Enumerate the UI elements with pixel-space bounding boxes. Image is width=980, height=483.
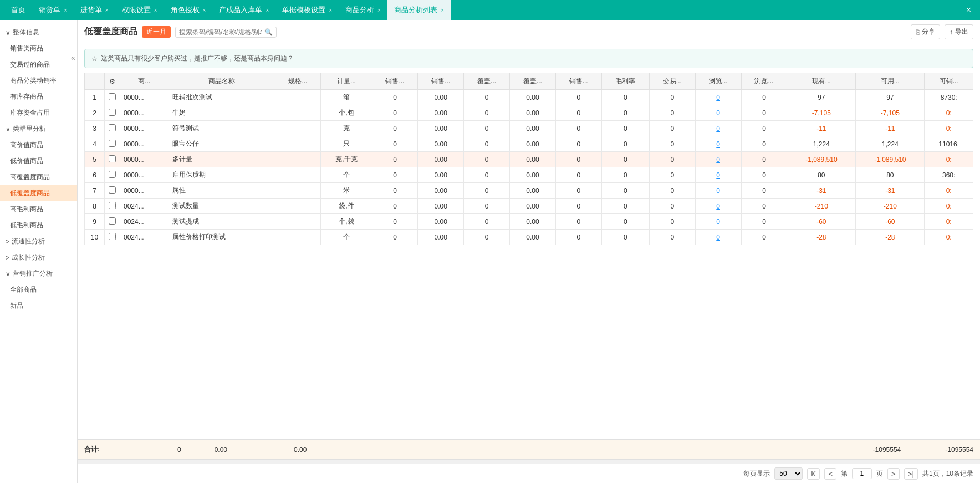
cell-sales-rate: 0 xyxy=(555,105,601,121)
sidebar-item-high-value[interactable]: 高价值商品 xyxy=(0,137,77,153)
cell-current-stock: -7,105 xyxy=(787,105,856,121)
nav-sales-order-close[interactable]: × xyxy=(64,7,67,13)
cell-browse1[interactable]: 0 xyxy=(695,214,741,230)
cell-browse2: 0 xyxy=(741,167,787,183)
nav-permissions[interactable]: 权限设置 × xyxy=(115,0,164,20)
row-checkbox[interactable] xyxy=(109,202,116,209)
nav-product-analysis-list-close[interactable]: × xyxy=(441,7,444,13)
nav-roles[interactable]: 角色授权 × xyxy=(164,0,213,20)
cell-browse1[interactable]: 0 xyxy=(695,90,741,105)
sidebar-item-low-margin[interactable]: 低毛利商品 xyxy=(0,217,77,233)
th-transaction: 交易... xyxy=(649,73,695,90)
last-page-button[interactable]: >| xyxy=(904,468,918,480)
row-checkbox[interactable] xyxy=(109,140,116,147)
row-checkbox[interactable] xyxy=(109,233,116,240)
nav-sales-order[interactable]: 销货单 × xyxy=(32,0,74,20)
row-checkbox[interactable] xyxy=(109,186,116,194)
search-icon[interactable]: 🔍 xyxy=(264,28,273,36)
export-icon: ↑ xyxy=(950,28,953,36)
nav-home[interactable]: 首页 xyxy=(4,0,32,20)
date-filter-button[interactable]: 近一月 xyxy=(142,26,171,38)
cell-coverage2: 0.00 xyxy=(510,230,556,245)
next-page-button[interactable]: > xyxy=(887,468,900,480)
nav-production-close[interactable]: × xyxy=(266,7,269,13)
sidebar-item-traded-products[interactable]: 交易过的商品 xyxy=(0,57,77,73)
nav-product-analysis-list[interactable]: 商品分析列表 × xyxy=(387,0,451,20)
sidebar-section-growth[interactable]: > 成长性分析 xyxy=(0,250,77,266)
table-container[interactable]: ⚙ 商... 商品名称 规格... 计量... 销售... 销售... 覆盖..… xyxy=(78,73,980,439)
cell-browse1[interactable]: 0 xyxy=(695,121,741,136)
cell-sales-rate: 0 xyxy=(555,121,601,136)
nav-roles-close[interactable]: × xyxy=(203,7,206,13)
cell-unit: 克,千克 xyxy=(321,152,372,167)
total-available-stock: -1095554 xyxy=(945,446,973,454)
sidebar-section-marketing[interactable]: ∨ 营销推广分析 xyxy=(0,266,77,282)
share-button[interactable]: ⎘ 分享 xyxy=(911,24,940,39)
page-number-input[interactable] xyxy=(852,468,872,479)
export-button[interactable]: ↑ 导出 xyxy=(945,24,973,39)
cell-sales-amount: 0.00 xyxy=(418,90,464,105)
row-checkbox[interactable] xyxy=(109,171,116,178)
sidebar-section-liquidity[interactable]: > 流通性分析 xyxy=(0,233,77,250)
cell-browse1[interactable]: 0 xyxy=(695,230,741,245)
row-checkbox[interactable] xyxy=(109,93,116,100)
first-page-button[interactable]: K xyxy=(807,468,820,480)
nav-product-analysis[interactable]: 商品分析 × xyxy=(339,0,387,20)
cell-spec xyxy=(275,167,321,183)
nav-permissions-close[interactable]: × xyxy=(154,7,157,13)
table-row: 8 0024... 测试数量 袋,件 0 0.00 0 0.00 0 0 0 0… xyxy=(85,199,973,214)
sidebar-item-high-coverage[interactable]: 高覆盖度商品 xyxy=(0,169,77,185)
cell-gross-margin: 0 xyxy=(601,121,649,136)
nav-production[interactable]: 产成品入库单 × xyxy=(212,0,275,20)
cell-browse1[interactable]: 0 xyxy=(695,183,741,199)
cell-browse1[interactable]: 0 xyxy=(695,105,741,121)
cell-browse1[interactable]: 0 xyxy=(695,199,741,214)
cell-index: 3 xyxy=(85,121,105,136)
nav-purchase-order[interactable]: 进货单 × xyxy=(74,0,115,20)
cell-spec xyxy=(275,136,321,152)
th-sellable: 可销... xyxy=(925,73,973,90)
prev-page-button[interactable]: < xyxy=(824,468,836,480)
sidebar-item-high-margin[interactable]: 高毛利商品 xyxy=(0,201,77,217)
sidebar-item-in-stock[interactable]: 有库存商品 xyxy=(0,89,77,105)
sidebar-item-new-products[interactable]: 新品 xyxy=(0,298,77,314)
cell-coverage2: 0.00 xyxy=(510,121,556,136)
cell-spec xyxy=(275,183,321,199)
sidebar-section-cluster[interactable]: ∨ 类群里分析 xyxy=(0,121,77,137)
nav-product-analysis-close[interactable]: × xyxy=(377,7,381,13)
nav-purchase-order-close[interactable]: × xyxy=(105,7,109,13)
horizontal-scrollbar[interactable] xyxy=(78,459,980,464)
cell-code: 0024... xyxy=(120,230,169,245)
row-checkbox[interactable] xyxy=(109,124,116,131)
sidebar-item-low-coverage[interactable]: 低覆盖度商品 xyxy=(0,185,77,201)
th-coverage2: 覆盖... xyxy=(510,73,556,90)
nav-template[interactable]: 单据模板设置 × xyxy=(275,0,339,20)
sidebar-collapse-button[interactable]: « xyxy=(71,53,75,62)
cell-browse1[interactable]: 0 xyxy=(695,152,741,167)
row-checkbox[interactable] xyxy=(109,217,116,225)
sidebar-item-category-rate[interactable]: 商品分类动销率 xyxy=(0,73,77,89)
th-settings[interactable]: ⚙ xyxy=(105,73,120,90)
sidebar-item-sales-products[interactable]: 销售类商品 xyxy=(0,40,77,57)
sidebar-section-overall[interactable]: ∨ 整体信息 xyxy=(0,24,77,40)
main-layout: « ∨ 整体信息 销售类商品 交易过的商品 商品分类动销率 有库存商品 库存资金… xyxy=(0,20,980,483)
sidebar-item-stock-capital[interactable]: 库存资金占用 xyxy=(0,105,77,121)
cell-gross-margin: 0 xyxy=(601,90,649,105)
page-size-select[interactable]: 50 100 200 xyxy=(774,467,803,480)
row-checkbox[interactable] xyxy=(109,109,116,116)
cell-browse1[interactable]: 0 xyxy=(695,136,741,152)
cell-gross-margin: 0 xyxy=(601,167,649,183)
cell-browse1[interactable]: 0 xyxy=(695,167,741,183)
sidebar-item-all-products[interactable]: 全部商品 xyxy=(0,282,77,298)
sidebar-section-overall-arrow: ∨ xyxy=(6,29,11,37)
window-close-button[interactable]: × xyxy=(962,5,976,15)
cell-sales-count: 0 xyxy=(372,152,418,167)
content-header: 低覆盖度商品 近一月 🔍 ⎘ 分享 ↑ 导出 xyxy=(78,20,980,44)
nav-template-close[interactable]: × xyxy=(329,7,332,13)
cell-checkbox xyxy=(105,183,120,199)
row-checkbox[interactable] xyxy=(109,155,116,162)
search-input[interactable] xyxy=(179,28,262,36)
cell-index: 5 xyxy=(85,152,105,167)
nav-permissions-label: 权限设置 xyxy=(122,5,151,15)
sidebar-item-low-value[interactable]: 低价值商品 xyxy=(0,153,77,169)
